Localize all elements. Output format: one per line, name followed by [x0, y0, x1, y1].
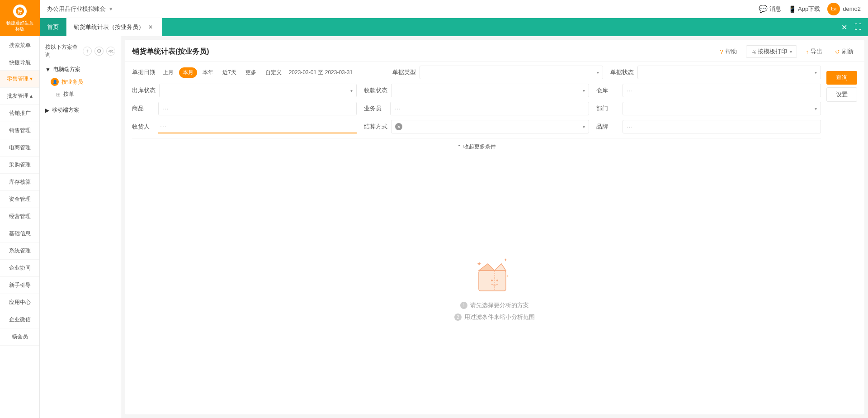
message-button[interactable]: 💬 消息 [759, 5, 781, 13]
user-profile[interactable]: Ea demo2 [827, 3, 861, 15]
collapse-button[interactable]: ⌃ 收起更多条件 [450, 141, 503, 152]
settings-button[interactable]: 设置 [826, 87, 857, 102]
desktop-group-label: 电脑端方案 [53, 66, 80, 73]
right-content-panel: 销货单统计表(按业务员) ? 帮助 🖨 按模板打印 ▾ ↑ 导出 [125, 40, 864, 414]
date-tab-last-month[interactable]: 上月 [159, 67, 177, 78]
sales-rep-input[interactable]: ··· [390, 102, 589, 115]
sidebar-item-wholesale[interactable]: 批发管理 ▴ [0, 88, 39, 105]
tabbar: 首页 销货单统计表（按业务员） ✕ ✕ ⛶ [40, 18, 868, 36]
sidebar-item-inventory[interactable]: 库存核算 [0, 174, 39, 191]
sidebar-item-marketing[interactable]: 营销推广 [0, 105, 39, 122]
desktop-scheme-group: ▼ 电脑端方案 👤 按业务员 ⊞ 按单 [40, 62, 121, 102]
app-download-button[interactable]: 📱 App下载 [788, 5, 820, 13]
warehouse-input[interactable]: ··· [623, 84, 821, 97]
brand-label: 品牌 [596, 123, 619, 131]
logo-icon: 好 [13, 5, 27, 18]
topbar-actions: 💬 消息 📱 App下载 Ea demo2 [759, 3, 861, 15]
scheme-item-by-order[interactable]: ⊞ 按单 [40, 88, 121, 100]
date-range-text: 2023-03-01 至 2023-03-31 [289, 69, 353, 76]
empty-tip-1-num: 1 [460, 302, 467, 309]
breadcrumb-dropdown-icon[interactable]: ▾ [109, 5, 113, 12]
tab-sales-stats[interactable]: 销货单统计表（按业务员） ✕ [66, 18, 162, 36]
svg-text:✦: ✦ [476, 260, 482, 267]
date-tab-this-month[interactable]: 本月 [179, 67, 197, 78]
form-row-1: 单据日期 上月 本月 本年 近7天 更多 自定义 20 [132, 66, 821, 79]
scheme-item-by-sales[interactable]: 👤 按业务员 [40, 76, 121, 88]
by-sales-icon: 👤 [51, 78, 59, 86]
consignee-input[interactable]: ··· [158, 120, 357, 133]
payment-label: 结算方式 [364, 123, 387, 131]
mobile-group-title[interactable]: ▶ 移动端方案 [40, 104, 121, 116]
empty-tip-1-text: 请先选择要分析的方案 [470, 301, 529, 309]
sales-rep-field: 业务员 ··· [364, 102, 589, 115]
payment-tag: ✕ [395, 123, 402, 130]
by-order-icon: ⊞ [56, 91, 61, 98]
product-input[interactable]: ··· [158, 102, 357, 115]
form-row-4: 收货人 ··· 结算方式 ✕ ▾ [132, 120, 821, 133]
form-row-2: 出库状态 ▾ 收款状态 ▾ [132, 84, 821, 97]
app-download-icon: 📱 [788, 5, 796, 13]
sidebar-item-enterprise[interactable]: 企业协同 [0, 260, 39, 277]
collapse-icon: ⌃ [457, 144, 462, 150]
help-button[interactable]: ? 帮助 [716, 46, 740, 57]
content-area: 按以下方案查询 + ⚙ ≪ ▼ 电脑端方案 👤 [40, 36, 868, 418]
refresh-button[interactable]: ↺ 刷新 [831, 46, 857, 57]
dept-select[interactable]: ▾ [623, 102, 821, 115]
tab-close-icon[interactable]: ✕ [147, 24, 154, 31]
date-tab-more[interactable]: 更多 [242, 67, 260, 78]
brand-input[interactable]: ··· [623, 120, 821, 133]
product-dots: ··· [162, 105, 169, 112]
sidebar-item-retail[interactable]: 零售管理 ▾ [0, 71, 39, 88]
doc-status-arrow-icon: ▾ [815, 70, 817, 75]
out-status-select[interactable]: ▾ [159, 84, 357, 97]
sidebar-item-appcenter[interactable]: 应用中心 [0, 294, 39, 311]
svg-point-8 [496, 280, 498, 281]
doc-type-select[interactable]: ▾ [420, 66, 603, 79]
search-menu-label[interactable]: 搜索菜单 [5, 40, 35, 51]
empty-tip-2-text: 用过滤条件来缩小分析范围 [464, 313, 535, 321]
tab-close-all-icon[interactable]: ✕ [840, 21, 849, 33]
dept-label: 部门 [596, 104, 619, 113]
sidebar-item-newbie[interactable]: 新手引导 [0, 277, 39, 294]
collapse-panel-button[interactable]: ≪ [106, 47, 115, 56]
sidebar-item-wechat[interactable]: 企业微信 [0, 311, 39, 328]
tab-home[interactable]: 首页 [40, 18, 66, 36]
sidebar-item-member[interactable]: 畅会员 [0, 328, 39, 346]
out-status-field: 出库状态 ▾ [132, 84, 357, 97]
date-tab-this-year[interactable]: 本年 [199, 67, 217, 78]
date-tab-7days[interactable]: 近7天 [219, 67, 240, 78]
sidebar: 好 畅捷通好生意 标版 搜索菜单 快捷导航 零售管理 ▾ 批发管理 ▴ 营销推广… [0, 0, 40, 418]
sidebar-item-finance[interactable]: 资金管理 [0, 191, 39, 208]
sidebar-item-quicknav[interactable]: 快捷导航 [0, 55, 39, 71]
query-button[interactable]: 查询 [826, 71, 857, 85]
app-logo: 好 畅捷通好生意 标版 [0, 0, 40, 36]
doc-type-label: 单据类型 [392, 68, 416, 76]
settings-scheme-button[interactable]: ⚙ [94, 47, 104, 56]
topbar: 办公用品行业模拟账套 ▾ 💬 消息 📱 App下载 Ea demo2 [40, 0, 868, 18]
payment-tag-close-icon[interactable]: ✕ [395, 123, 402, 130]
desktop-group-title[interactable]: ▼ 电脑端方案 [40, 63, 121, 76]
empty-tip-2-num: 2 [454, 314, 462, 321]
receive-status-select[interactable]: ▾ [391, 84, 589, 97]
doc-status-select[interactable]: ▾ [637, 66, 821, 79]
sidebar-item-operations[interactable]: 经营管理 [0, 208, 39, 225]
tab-sales-stats-label: 销货单统计表（按业务员） [74, 23, 144, 31]
sidebar-item-basic[interactable]: 基础信息 [0, 225, 39, 242]
query-form-container: 单据日期 上月 本月 本年 近7天 更多 自定义 20 [132, 66, 821, 155]
sidebar-item-system[interactable]: 系统管理 [0, 242, 39, 260]
sidebar-item-sales[interactable]: 销售管理 [0, 122, 39, 139]
date-tab-custom[interactable]: 自定义 [262, 67, 285, 78]
main-area: 办公用品行业模拟账套 ▾ 💬 消息 📱 App下载 Ea demo2 首页 [40, 0, 868, 418]
sidebar-item-ecommerce[interactable]: 电商管理 [0, 139, 39, 157]
sidebar-item-purchase[interactable]: 采购管理 [0, 157, 39, 174]
payment-arrow-icon: ▾ [583, 124, 585, 129]
print-button[interactable]: 🖨 按模板打印 ▾ [746, 45, 797, 58]
tab-expand-icon[interactable]: ⛶ [853, 21, 863, 33]
page-title: 销货单统计表(按业务员) [132, 47, 209, 57]
payment-input[interactable]: ✕ ▾ [391, 120, 589, 133]
add-scheme-button[interactable]: + [83, 47, 92, 56]
svg-text:✦: ✦ [504, 257, 507, 262]
help-icon: ? [720, 48, 723, 55]
export-button[interactable]: ↑ 导出 [802, 46, 826, 57]
help-label: 帮助 [725, 48, 737, 56]
